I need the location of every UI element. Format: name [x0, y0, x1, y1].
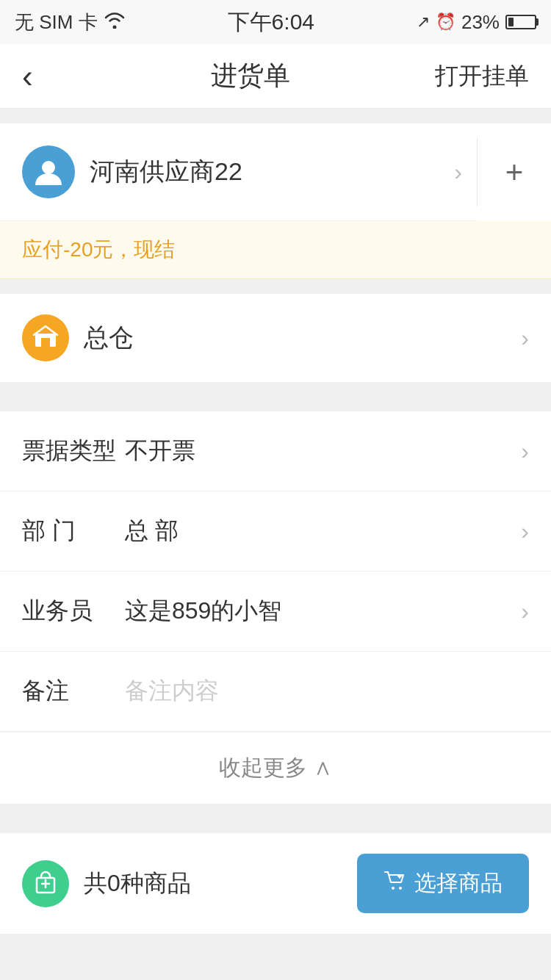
warehouse-icon-wrap [22, 314, 69, 361]
gap-2 [0, 279, 551, 294]
add-supplier-button[interactable]: + [478, 123, 551, 221]
wifi-icon [104, 11, 126, 34]
supplier-avatar [22, 145, 75, 198]
invoice-type-row[interactable]: 票据类型 不开票 › [0, 411, 551, 491]
product-count: 共0种商品 [84, 868, 357, 900]
salesperson-label: 业务员 [22, 595, 118, 627]
svg-point-0 [42, 161, 55, 174]
carrier-text: 无 SIM 卡 [15, 10, 98, 35]
svg-point-5 [399, 887, 402, 890]
department-label: 部 门 [22, 515, 118, 547]
payment-notice: 应付-20元，现结 [0, 221, 551, 279]
collapse-label: 收起更多 ∧ [219, 753, 331, 783]
status-time: 下午6:04 [228, 7, 314, 37]
page-title: 进货单 [211, 58, 290, 94]
select-product-button[interactable]: 选择商品 [357, 854, 529, 913]
supplier-chevron: › [454, 159, 462, 186]
warehouse-section[interactable]: 总仓 › [0, 294, 551, 382]
select-product-label: 选择商品 [414, 868, 503, 898]
product-section: 共0种商品 选择商品 [0, 833, 551, 934]
salesperson-row[interactable]: 业务员 这是859的小智 › [0, 572, 551, 652]
battery-indicator [505, 15, 536, 29]
nav-bar: ‹ 进货单 打开挂单 [0, 44, 551, 109]
salesperson-chevron: › [521, 598, 529, 625]
department-value: 总 部 [118, 515, 514, 547]
gap-4 [0, 804, 551, 818]
product-icon-wrap [22, 860, 69, 907]
gap-1 [0, 109, 551, 123]
svg-rect-2 [41, 338, 50, 347]
department-chevron: › [521, 518, 529, 545]
gap-3 [0, 382, 551, 397]
invoice-type-value: 不开票 [118, 435, 514, 467]
form-section: 票据类型 不开票 › 部 门 总 部 › 业务员 这是859的小智 › 备注 备… [0, 411, 551, 731]
alarm-icon: ⏰ [436, 12, 455, 32]
bottom-area [0, 934, 551, 980]
content-area: 河南供应商22 › + 应付-20元，现结 总仓 › 票据类型 不开票 [0, 109, 551, 980]
location-icon: ↗ [417, 12, 430, 32]
department-row[interactable]: 部 门 总 部 › [0, 491, 551, 572]
status-left: 无 SIM 卡 [15, 10, 126, 35]
invoice-type-label: 票据类型 [22, 435, 118, 467]
remark-label: 备注 [22, 675, 118, 707]
collapse-section[interactable]: 收起更多 ∧ [0, 732, 551, 804]
remark-input[interactable]: 备注内容 [118, 675, 529, 707]
warehouse-chevron: › [521, 325, 529, 352]
supplier-name: 河南供应商22 [90, 155, 447, 189]
status-bar: 无 SIM 卡 下午6:04 ↗ ⏰ 23% [0, 0, 551, 44]
svg-point-4 [392, 887, 395, 890]
salesperson-value: 这是859的小智 [118, 595, 514, 627]
cart-icon [383, 871, 406, 896]
status-right: ↗ ⏰ 23% [417, 11, 536, 34]
warehouse-name: 总仓 [84, 321, 514, 355]
invoice-type-chevron: › [521, 438, 529, 465]
back-button[interactable]: ‹ [22, 58, 66, 95]
open-pending-button[interactable]: 打开挂单 [435, 60, 529, 93]
back-icon: ‹ [22, 58, 33, 95]
supplier-section: 河南供应商22 › + [0, 123, 551, 221]
remark-row[interactable]: 备注 备注内容 [0, 652, 551, 731]
warehouse-icon [32, 322, 59, 354]
battery-percent: 23% [461, 11, 500, 34]
supplier-main[interactable]: 河南供应商22 › [0, 123, 477, 221]
